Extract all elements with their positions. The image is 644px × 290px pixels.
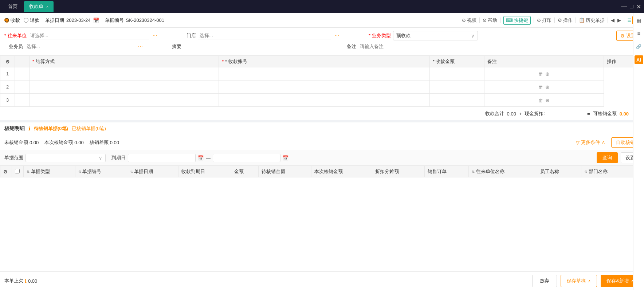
calendar-icon[interactable]: 📅 [93,17,99,23]
video-btn[interactable]: ⊙ 视频 [462,17,476,24]
store-field: 门店 ··· [186,32,339,39]
store-more-icon[interactable]: ··· [335,32,339,39]
close-window-icon[interactable]: ✕ [636,3,641,10]
due-date-label: 到期日 [111,154,126,161]
table-gear-header[interactable]: ⚙ [0,56,15,67]
row-1-action: 🗑 ⊕ [484,67,604,81]
salesperson-more-icon[interactable]: ··· [138,43,143,50]
writeoff-stats: 未核销金额 0.00 本次核销金额 0.00 核销差额 0.00 ▽ 更多条件 … [0,135,644,150]
copy-row-2-icon[interactable]: ⊕ [545,84,550,90]
delete-row-2-icon[interactable]: 🗑 [538,84,543,90]
refund-radio[interactable]: 退款 [24,17,39,24]
writeoff-info-icon[interactable]: ℹ [28,126,30,132]
wt-check-header[interactable] [12,166,24,177]
operation-btn[interactable]: ⚙ 操作 [558,17,573,24]
writeoff-table-wrap: ⚙ ⇅ 单据类型 ⇅ 单据编号 ⇅ 单据日期 收款到期日 金额 [0,166,644,271]
delete-row-3-icon[interactable]: 🗑 [538,97,543,103]
row-1-account[interactable] [30,67,219,81]
writeoff-table: ⚙ ⇅ 单据类型 ⇅ 单据编号 ⇅ 单据日期 收款到期日 金额 [0,166,633,177]
maximize-icon[interactable]: □ [630,3,633,10]
unwritten-stat: 未核销金额 0.00 [4,139,39,146]
row-2-settlement[interactable] [15,81,30,94]
top-nav: 首页 收款单 × — □ ✕ [0,0,644,13]
settlement-header: 结算方式 [30,56,219,67]
available-label: 可核销金额 [593,110,617,117]
attachment-icon[interactable]: 🔗 [635,42,643,51]
info-icon[interactable]: ℹ [25,278,27,284]
row-2-remark[interactable] [429,81,484,94]
wt-dept-header: ⇅ 部门名称 [581,166,633,177]
table-row: 2 🗑 ⊕ [0,81,633,94]
row-2-account[interactable] [30,81,219,94]
help-btn[interactable]: ⊙ 帮助 [483,17,497,24]
partner-more-icon[interactable]: ··· [153,32,157,39]
wt-date-header: ⇅ 单据日期 [127,166,178,177]
remark-input[interactable] [358,43,640,50]
discount-input[interactable] [548,110,584,117]
toolbar-right: ⊙ 视频 ⊙ 帮助 ⌨ 快捷键 ⊙ 打印 ⚙ 操作 [462,16,640,25]
abandon-button[interactable]: 放弃 [532,275,557,287]
salesperson-input[interactable] [25,43,134,50]
delete-row-1-icon[interactable]: 🗑 [538,71,543,77]
gear-settings-icon: ⚙ [620,33,625,39]
store-input[interactable] [198,32,331,39]
tab-receipt[interactable]: 收款单 × [24,1,54,12]
action-header: 操作 [604,56,633,67]
total-label: 收款合计 [485,110,504,117]
done-tab[interactable]: 已核销单据(0笔) [72,125,106,132]
copy-row-3-icon[interactable]: ⊕ [545,97,550,103]
history-btn[interactable]: 📋 历史单据 [579,17,605,24]
row-3-actions: 🗑 ⊕ [487,97,601,103]
pending-tab[interactable]: 待核销单据(0笔) [34,125,68,132]
row-1-amount[interactable] [219,67,429,81]
cal-to-icon[interactable]: 📅 [283,155,288,161]
partner-input[interactable] [29,32,149,39]
wt-current-header: 本次核销金额 [311,166,372,177]
ai-icon[interactable]: Ai [635,55,643,64]
row-2-num: 2 [0,81,15,94]
date-dash: — [206,155,211,161]
partner-label: * 往来单位 [4,32,27,39]
minimize-icon[interactable]: — [621,3,627,10]
row-3-num: 3 [0,94,15,107]
tab-home[interactable]: 首页 [3,1,23,12]
receipt-radio[interactable]: 收款 [4,17,20,24]
biztype-select[interactable]: 预收款 ∨ [393,31,478,40]
receipt-table: ⚙ 结算方式 * 收款账号 * 收款金额 备注 操作 1 [0,56,633,107]
remark-header: 备注 [484,56,604,67]
query-button[interactable]: 查询 [597,152,618,163]
print-btn[interactable]: ⊙ 打印 [537,17,551,24]
bottom-actions: 放弃 保存草稿 ∧ 保存&新增 ∧ [532,275,640,287]
table-view-icon[interactable]: ▦ [635,16,643,25]
nav-next[interactable]: ▶ [617,17,621,23]
row-3-amount[interactable] [219,94,429,107]
nav-prev[interactable]: ◀ [611,17,614,23]
date-to-input[interactable]: 2022-04-12 [213,154,280,162]
bottom-info: 本单上欠 ℹ 0.00 [4,278,37,284]
list-view-icon[interactable]: ≡ [635,29,643,38]
shortcut-btn[interactable]: ⌨ 快捷键 [503,16,531,25]
help-icon: ⊙ [483,17,487,23]
row-3-remark[interactable] [429,94,484,107]
salesperson-label: 业务员 [9,43,23,50]
wt-gear-header[interactable]: ⚙ [0,166,12,177]
summary-input[interactable] [184,43,318,50]
copy-row-1-icon[interactable]: ⊕ [545,71,550,77]
more-conditions-btn[interactable]: ▽ 更多条件 ∧ [576,139,605,146]
row-3-settlement[interactable] [15,94,30,107]
cal-from-icon[interactable]: 📅 [198,155,204,161]
partner-field: * 往来单位 ··· [4,32,157,39]
remark-label: 备注 [347,43,356,50]
date-from-input[interactable]: 2022-04-01 [128,154,196,162]
row-2-amount[interactable] [219,81,429,94]
filter-row: 单据范围 ∨ 到期日 2022-04-01 📅 — 2022-04-12 📅 查… [0,150,644,166]
row-1-settlement[interactable] [15,67,30,81]
save-draft-button[interactable]: 保存草稿 ∧ [561,275,597,287]
range-select[interactable]: ∨ [25,154,106,162]
form-section: * 往来单位 ··· 门店 ··· * 业务类型 预收款 ∨ [0,28,644,56]
row-1-remark[interactable] [429,67,484,81]
close-tab-icon[interactable]: × [46,4,48,9]
code-field: 单据编号 SK-20230324-001 [105,17,165,24]
row-1-actions: 🗑 ⊕ [487,71,601,77]
row-3-account[interactable] [30,94,219,107]
